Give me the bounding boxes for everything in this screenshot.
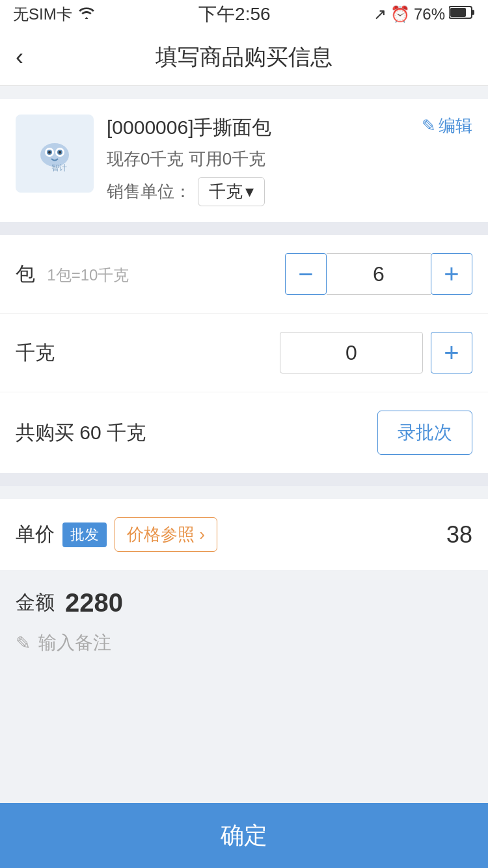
- bao-stepper: − +: [285, 253, 472, 295]
- alarm-icon: ⏰: [390, 5, 410, 23]
- edit-button[interactable]: ✎ 编辑: [422, 115, 472, 137]
- note-row[interactable]: ✎ 输入备注: [16, 631, 472, 668]
- price-section: 单价 批发 价格参照 › 38: [0, 499, 488, 570]
- edit-icon: ✎: [422, 116, 436, 136]
- record-batch-button[interactable]: 录批次: [377, 411, 472, 455]
- bao-label: 包 1包=10千克: [16, 261, 285, 288]
- price-tag: 批发: [62, 522, 107, 547]
- status-bar: 无SIM卡 下午2:56 ↗ ⏰ 76%: [0, 0, 488, 29]
- note-placeholder: 输入备注: [38, 631, 111, 655]
- bao-row: 包 1包=10千克 − +: [0, 235, 488, 314]
- amount-section: 金额 2280 ✎ 输入备注: [0, 570, 488, 668]
- carrier-text: 无SIM卡: [13, 4, 72, 25]
- summary-text: 共购买 60 千克: [16, 420, 146, 446]
- amount-row: 金额 2280: [16, 588, 472, 631]
- location-icon: ↗: [373, 5, 386, 23]
- battery-text: 76%: [414, 5, 445, 23]
- amount-label: 金额: [16, 590, 55, 616]
- product-stock: 现存0千克 可用0千克: [107, 148, 472, 170]
- kg-plus-button[interactable]: +: [431, 332, 472, 373]
- wifi-icon: [77, 5, 96, 23]
- bao-minus-button[interactable]: −: [285, 253, 327, 295]
- svg-text:智计: 智计: [51, 163, 67, 172]
- page-title: 填写商品购买信息: [156, 42, 332, 72]
- back-button[interactable]: ‹: [16, 44, 23, 71]
- bao-input[interactable]: [327, 253, 431, 295]
- price-value: 38: [446, 521, 472, 549]
- amount-value: 2280: [65, 588, 123, 617]
- status-left: 无SIM卡: [13, 4, 96, 25]
- summary-row: 共购买 60 千克 录批次: [0, 392, 488, 473]
- battery-icon: [449, 5, 475, 23]
- product-info: [0000006]手撕面包 现存0千克 可用0千克 销售单位： 千克 ▾: [107, 115, 472, 206]
- product-image: 智计: [16, 115, 94, 193]
- bao-section: 包 1包=10千克 − + 千克 +: [0, 235, 488, 392]
- product-card: 智计 [0000006]手撕面包 现存0千克 可用0千克 销售单位： 千克 ▾ …: [0, 99, 488, 222]
- kg-row: 千克 +: [0, 314, 488, 392]
- status-right: ↗ ⏰ 76%: [373, 5, 475, 23]
- unit-label: 销售单位：: [107, 180, 191, 203]
- price-label: 单价 批发 价格参照 ›: [16, 517, 217, 552]
- kg-input[interactable]: [280, 332, 423, 373]
- product-name: [0000006]手撕面包: [107, 115, 472, 141]
- note-icon: ✎: [16, 632, 31, 654]
- divider-2: [0, 473, 488, 486]
- unit-select[interactable]: 千克 ▾: [198, 177, 265, 206]
- svg-rect-1: [472, 10, 474, 15]
- divider-1: [0, 222, 488, 235]
- svg-point-9: [59, 151, 61, 154]
- svg-point-8: [48, 151, 51, 154]
- bao-plus-button[interactable]: +: [431, 253, 472, 295]
- kg-label: 千克: [16, 340, 280, 366]
- confirm-button[interactable]: 确定: [0, 803, 488, 868]
- price-ref-button[interactable]: 价格参照 ›: [115, 517, 217, 552]
- nav-bar: ‹ 填写商品购买信息: [0, 29, 488, 86]
- kg-stepper: +: [280, 332, 472, 373]
- svg-rect-2: [450, 8, 466, 17]
- product-unit: 销售单位： 千克 ▾: [107, 177, 472, 206]
- bao-hint: 1包=10千克: [47, 266, 129, 284]
- status-time: 下午2:56: [198, 2, 271, 27]
